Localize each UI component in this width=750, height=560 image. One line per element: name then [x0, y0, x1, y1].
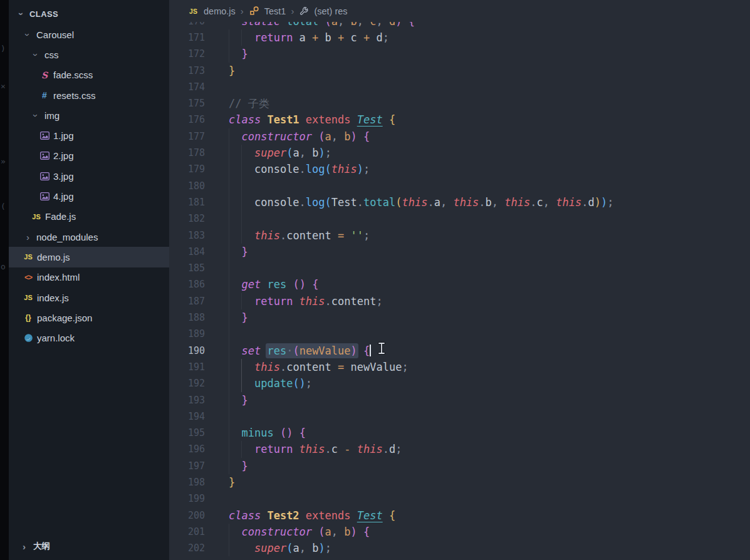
code-text[interactable]: return this.content;: [205, 293, 383, 309]
sidebar-item-resets-css[interactable]: #resets.css: [9, 85, 169, 105]
line-number[interactable]: 185: [169, 260, 205, 276]
sidebar-item-2-jpg[interactable]: 2.jpg: [9, 146, 169, 166]
line-number[interactable]: 180: [169, 178, 205, 194]
code-text[interactable]: console.log(this);: [205, 161, 370, 177]
sidebar-item-index-html[interactable]: <>index.html: [9, 267, 169, 288]
code-text[interactable]: this.content = newValue;: [205, 359, 409, 375]
file-label: yarn.lock: [37, 333, 75, 343]
code-text[interactable]: [205, 178, 229, 194]
code-text[interactable]: set res·(newValue) {: [205, 343, 371, 359]
line-number[interactable]: 179: [169, 161, 205, 177]
line-number[interactable]: 181: [169, 194, 205, 210]
breadcrumb-member[interactable]: (set) res: [314, 6, 347, 16]
line-number[interactable]: 196: [169, 441, 205, 457]
code-text[interactable]: [205, 79, 229, 95]
chevron-down-icon: ›: [23, 29, 33, 40]
code-text[interactable]: this.content = '';: [205, 227, 370, 244]
file-label: index.html: [37, 272, 80, 283]
indent-guide: [229, 128, 229, 145]
code-text[interactable]: }: [205, 309, 248, 326]
code-text[interactable]: [205, 326, 229, 342]
outline-section-header[interactable]: › 大纲: [9, 536, 169, 556]
code-text[interactable]: minus () {: [205, 425, 306, 441]
line-number[interactable]: 188: [169, 309, 205, 326]
line-number[interactable]: 189: [169, 326, 205, 342]
code-text[interactable]: super(a, b);: [205, 145, 331, 161]
line-number[interactable]: 172: [169, 46, 205, 62]
code-text[interactable]: constructor (a, b) {: [205, 128, 370, 145]
sidebar-item-fade-js[interactable]: JSFade.js: [9, 207, 169, 227]
line-number[interactable]: 191: [169, 359, 205, 375]
sidebar-item-css[interactable]: ›css: [9, 44, 169, 65]
sidebar-item-4-jpg[interactable]: 4.jpg: [9, 186, 169, 206]
line-number[interactable]: 184: [169, 244, 205, 260]
code-text[interactable]: [205, 210, 229, 227]
code-text[interactable]: return a + b + c + d;: [205, 29, 389, 46]
code-text[interactable]: update();: [205, 375, 312, 391]
code-text[interactable]: super(a, b);: [205, 540, 331, 556]
code-line: 182: [169, 210, 750, 227]
sidebar-item-yarn-lock[interactable]: yarn.lock: [9, 328, 169, 348]
line-number[interactable]: 195: [169, 425, 205, 441]
explorer-sidebar: › CLASS ›Carousel›cssSfade.scss#resets.c…: [9, 0, 169, 560]
image-icon: [39, 172, 50, 180]
code-text[interactable]: }: [205, 63, 235, 79]
line-number[interactable]: 176: [169, 111, 205, 128]
line-number[interactable]: 182: [169, 210, 205, 227]
line-number[interactable]: 197: [169, 458, 205, 474]
code-line: 187 return this.content;: [169, 293, 750, 309]
code-text[interactable]: }: [205, 458, 248, 474]
line-number[interactable]: 190: [169, 343, 205, 359]
sidebar-item-img[interactable]: ›img: [9, 105, 169, 125]
sidebar-item-index-js[interactable]: JSindex.js: [9, 288, 169, 308]
line-number[interactable]: 175: [169, 95, 205, 111]
code-line: 194: [169, 408, 750, 425]
breadcrumb-file[interactable]: demo.js: [204, 6, 236, 16]
code-text[interactable]: }: [205, 46, 248, 62]
sidebar-item-carousel[interactable]: ›Carousel: [9, 24, 169, 44]
code-text[interactable]: constructor (a, b) {: [205, 524, 370, 540]
line-number[interactable]: 187: [169, 293, 205, 309]
sidebar-item-3-jpg[interactable]: 3.jpg: [9, 166, 169, 186]
sidebar-item-node-modules[interactable]: ›node_modules: [9, 227, 169, 247]
code-text[interactable]: return this.c - this.d;: [205, 441, 402, 457]
indent-guide: [229, 359, 229, 375]
line-number[interactable]: 199: [169, 490, 205, 507]
explorer-section-header[interactable]: › CLASS: [9, 4, 169, 23]
line-number[interactable]: 193: [169, 392, 205, 408]
line-number[interactable]: 171: [169, 29, 205, 46]
code-text[interactable]: [205, 260, 229, 276]
sidebar-item-fade-scss[interactable]: Sfade.scss: [9, 65, 169, 85]
code-text[interactable]: }: [205, 474, 235, 490]
code-text[interactable]: console.log(Test.total(this.a, this.b, t…: [205, 194, 613, 210]
line-number[interactable]: 183: [169, 227, 205, 244]
line-number[interactable]: 200: [169, 507, 205, 524]
line-number[interactable]: 202: [169, 540, 205, 556]
line-number[interactable]: 198: [169, 474, 205, 490]
line-number[interactable]: 178: [169, 145, 205, 161]
sidebar-item-1-jpg[interactable]: 1.jpg: [9, 125, 169, 145]
sidebar-item-demo-js[interactable]: JSdemo.js: [9, 247, 169, 267]
line-number[interactable]: 192: [169, 375, 205, 391]
code-text[interactable]: [205, 408, 229, 425]
code-line: 190 set res·(newValue) {: [169, 343, 750, 359]
breadcrumb-separator: ›: [241, 6, 244, 16]
line-number[interactable]: 177: [169, 128, 205, 145]
line-number[interactable]: 174: [169, 79, 205, 95]
sidebar-item-package-json[interactable]: {}package.json: [9, 308, 169, 328]
code-text[interactable]: // 子类: [205, 95, 269, 111]
line-number[interactable]: 173: [169, 63, 205, 79]
code-text[interactable]: class Test2 extends Test {: [205, 507, 395, 524]
code-text[interactable]: class Test1 extends Test {: [205, 111, 395, 128]
code-text[interactable]: }: [205, 392, 248, 408]
line-number[interactable]: 194: [169, 408, 205, 425]
file-label: 4.jpg: [53, 191, 74, 202]
clipped-icon-fragment: o: [1, 262, 6, 271]
breadcrumb-class[interactable]: Test1: [264, 6, 286, 16]
line-number[interactable]: 186: [169, 276, 205, 293]
breadcrumb: JS demo.js › Test1 › (set) res: [169, 0, 750, 22]
code-text[interactable]: get res () {: [205, 276, 318, 293]
code-text[interactable]: }: [205, 244, 248, 260]
code-text[interactable]: [205, 490, 229, 507]
line-number[interactable]: 201: [169, 524, 205, 540]
